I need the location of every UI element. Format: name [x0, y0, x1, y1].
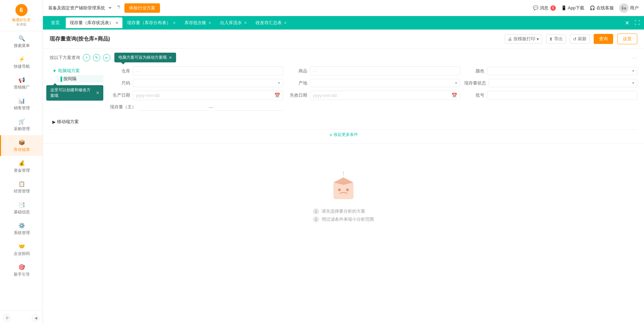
filter-cell-product: 商品 ···	[287, 66, 460, 75]
nav-label-sales: 销售管理	[14, 105, 30, 111]
refresh-btn[interactable]: ↺ 刷新	[570, 34, 590, 44]
back-scheme-btn[interactable]: ⇐	[103, 54, 110, 61]
logo-badge: 标准版	[16, 22, 26, 27]
tab-home[interactable]: 首页	[46, 20, 65, 26]
user-label: 用户	[630, 5, 639, 11]
tab-recv-summary[interactable]: 收发存汇总表 ✕	[252, 17, 291, 28]
tooltip-text-1: 电脑方案可设为移动方案哦	[118, 55, 167, 60]
product-input[interactable]: ···	[310, 66, 460, 75]
tab-recv-summary-close[interactable]: ✕	[284, 21, 287, 25]
svg-point-5	[343, 171, 344, 173]
online-support-label: 在线客服	[596, 5, 614, 11]
sidebar-item-inventory[interactable]: 📦 库存核算	[0, 135, 43, 156]
qty-max-input[interactable]	[215, 103, 283, 111]
settings-gear-btn[interactable]	[115, 4, 122, 12]
tab-bar: 首页 现存量（库存状况表） ✕ 现存量（库存分布表） ✕ 库存批次账 ✕ 出入库…	[43, 16, 644, 30]
content-area: 现存量查询(按仓库+商品) 🖨 按模板打印 ▾ ⬆ 导出 ↺ 刷新	[43, 30, 644, 325]
nav-label-system: 系统管理	[14, 230, 30, 236]
sidebar-settings-btn[interactable]: ⚙	[3, 314, 11, 322]
filter-cell-warehouse: 仓库 ···	[110, 66, 283, 75]
filter-area: 按以下方案查询 ＋ ✎ ⇐ 电脑方案可设为移动方案哦 ✕ ⋯	[43, 49, 644, 144]
content-inner: 现存量查询(按仓库+商品) 🖨 按模板打印 ▾ ⬆ 导出 ↺ 刷新	[43, 30, 644, 325]
pc-scheme-item[interactable]: ▼ 电脑端方案	[50, 66, 103, 75]
export-btn[interactable]: ⬆ 导出	[546, 34, 566, 44]
tab-inventory-dist-close[interactable]: ✕	[173, 21, 176, 25]
tab-expand-btn[interactable]: ⛶	[633, 19, 641, 26]
sidebar-item-guide[interactable]: ⚡ 快捷导航	[0, 52, 43, 73]
query-btn[interactable]: 查询	[594, 34, 613, 44]
sidebar-item-basic[interactable]: 📑 基础信息	[0, 198, 43, 218]
collapse-label: 收起更多条件	[334, 132, 358, 138]
tab-inout-flow[interactable]: 出入库流水 ✕	[216, 17, 251, 28]
qty-label: 现存量（主）	[110, 104, 136, 110]
expire-date-placeholder: yyyy-mm-dd	[313, 93, 337, 98]
tab-inout-flow-close[interactable]: ✕	[244, 21, 247, 25]
logo-icon: 6	[15, 4, 28, 16]
color-select[interactable]: ▾	[487, 67, 637, 75]
warehouse-input[interactable]: ···	[133, 66, 283, 75]
mobile-scheme-arrow: ▶	[52, 119, 56, 124]
print-label: 按模板打印	[514, 36, 535, 42]
filter-dots-menu[interactable]: ⋯	[631, 54, 637, 61]
size-select[interactable]: ▾	[133, 79, 283, 87]
origin-select[interactable]: ▾	[310, 79, 460, 87]
guide-icon: ⚡	[18, 55, 25, 63]
operation-icon: 📋	[18, 180, 25, 187]
tab-close-all-btn[interactable]: ✕	[624, 19, 631, 27]
batch-no-input[interactable]	[487, 91, 637, 100]
sidebar-item-system[interactable]: ⚙️ 系统管理	[0, 218, 43, 239]
app-download-label: App下载	[568, 5, 584, 11]
sidebar-item-search[interactable]: 🔍 搜索菜单	[0, 31, 43, 52]
export-icon: ⬆	[549, 37, 553, 42]
tab-inventory-status-close[interactable]: ✕	[115, 21, 118, 25]
sidebar-item-enterprise[interactable]: 🤝 企业协同	[0, 239, 43, 260]
settings-btn[interactable]: 设置	[617, 34, 637, 44]
nav-label-enterprise: 企业协同	[14, 251, 30, 257]
sidebar-item-operation[interactable]: 📋 经营管理	[0, 177, 43, 198]
qty-min-input[interactable]	[139, 103, 208, 111]
phone-icon: 📱	[561, 5, 567, 10]
status-select[interactable]: ▾	[489, 79, 637, 87]
expire-date-input[interactable]: yyyy-mm-dd 📅	[310, 91, 460, 100]
user-item[interactable]: Ea 用户	[619, 3, 639, 13]
tab-inventory-dist[interactable]: 现存量（库存分布表） ✕	[123, 17, 180, 28]
add-scheme-btn[interactable]: ＋	[83, 54, 90, 61]
sidebar-item-marketing[interactable]: 📢 营销推广	[0, 73, 43, 94]
pc-scheme-arrow: ▼	[52, 68, 57, 73]
online-support-item[interactable]: 🎧 在线客服	[590, 5, 614, 11]
tooltip-close-2[interactable]: ✕	[96, 91, 99, 95]
filter-cell-color: 颜色 ▾	[464, 67, 637, 75]
tab-inventory-status[interactable]: 现存量（库存状况表） ✕	[66, 17, 122, 28]
app-download-item[interactable]: 📱 App下载	[561, 5, 584, 11]
sidebar-item-purchase[interactable]: 🛒 采购管理	[0, 114, 43, 135]
header-left: 装备及固定资产辅助管理系统 体验行业方案	[48, 3, 160, 13]
produce-date-input[interactable]: yyyy-mm-dd 📅	[133, 91, 283, 100]
size-dropdown-arrow: ▾	[278, 81, 280, 85]
tab-inventory-batch[interactable]: 库存批次账 ✕	[180, 17, 215, 28]
industry-btn[interactable]: 体验行业方案	[124, 3, 160, 13]
filter-header: 按以下方案查询 ＋ ✎ ⇐ 电脑方案可设为移动方案哦 ✕ ⋯	[50, 53, 637, 62]
mobile-scheme-item[interactable]: ▶ 移动端方案	[50, 117, 103, 126]
sidebar-item-sales[interactable]: 📊 销售管理	[0, 94, 43, 114]
sidebar: 6 畅通好生意 标准版 🔍 搜索菜单 ⚡ 快捷导航 📢 营销推广 📊 销售管理 …	[0, 0, 43, 325]
sidebar-item-finance[interactable]: 💰 资金管理	[0, 156, 43, 177]
sidebar-collapse-btn[interactable]: ◀	[32, 314, 39, 322]
expire-date-label: 失效日期	[287, 92, 307, 98]
tab-inventory-batch-close[interactable]: ✕	[208, 21, 211, 25]
empty-hint-2: 2 用过滤条件来缩小分析范围	[313, 216, 374, 222]
pc-scheme-subitem[interactable]: ▐ 按间隔	[56, 75, 103, 83]
collapse-btn[interactable]: ∧ 收起更多条件	[50, 129, 637, 140]
page-title: 现存量查询(按仓库+商品)	[50, 36, 110, 43]
edit-scheme-btn[interactable]: ✎	[93, 54, 100, 61]
dropdown-icon	[108, 6, 112, 10]
filter-cell-expire-date: 失效日期 yyyy-mm-dd 📅	[287, 91, 460, 100]
filter-cell-status: 现存量状态 ▾	[464, 79, 637, 87]
empty-state: 1 请先选择要分析的方案 2 用过滤条件来缩小分析范围	[43, 144, 644, 249]
sidebar-item-newbie[interactable]: 🎯 新手引导	[0, 260, 43, 281]
tooltip-close-1[interactable]: ✕	[169, 55, 172, 60]
print-btn[interactable]: 🖨 按模板打印 ▾	[505, 34, 542, 44]
warehouse-dots: ···	[136, 68, 140, 73]
message-item[interactable]: 💬 消息 6	[533, 5, 556, 11]
nav-label-finance: 资金管理	[14, 168, 30, 173]
tooltip-scheme-2: 这里可以创建和修改方案哦 ✕	[46, 85, 103, 101]
